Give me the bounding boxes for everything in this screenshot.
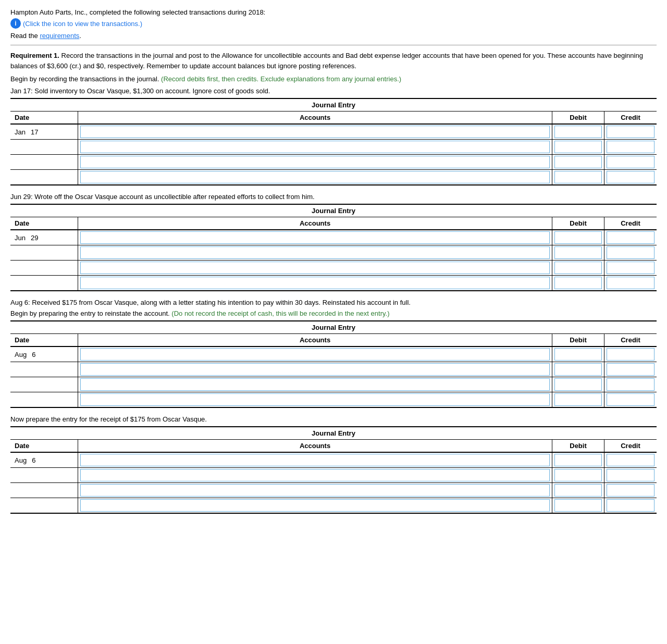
account-input-2-3[interactable] (80, 262, 550, 274)
account-input-1-4[interactable] (80, 171, 550, 183)
debit-cell-1-4[interactable] (552, 170, 604, 184)
debit-cell-3-1[interactable] (552, 347, 604, 362)
credit-input-4-1[interactable] (607, 454, 654, 466)
info-icon[interactable]: i (10, 18, 21, 29)
credit-cell-3-1[interactable] (604, 347, 657, 362)
credit-cell-1-4[interactable] (604, 170, 657, 184)
debit-cell-3-4[interactable] (552, 392, 604, 407)
account-cell-4-1[interactable] (78, 453, 552, 467)
account-cell-3-1[interactable] (78, 347, 552, 362)
account-cell-3-4[interactable] (78, 392, 552, 407)
credit-input-1-3[interactable] (607, 156, 654, 168)
credit-cell-2-4[interactable] (604, 276, 657, 290)
account-input-2-1[interactable] (80, 231, 550, 244)
credit-input-1-1[interactable] (607, 126, 654, 138)
credit-input-4-4[interactable] (607, 499, 654, 512)
credit-cell-1-1[interactable] (604, 125, 657, 139)
debit-input-4-2[interactable] (554, 469, 602, 481)
account-input-1-3[interactable] (80, 156, 550, 168)
credit-input-3-4[interactable] (607, 393, 654, 406)
debit-input-2-4[interactable] (554, 277, 602, 289)
credit-input-1-4[interactable] (607, 171, 654, 183)
account-input-4-4[interactable] (80, 499, 550, 512)
account-cell-1-3[interactable] (78, 155, 552, 169)
debit-input-4-4[interactable] (554, 499, 602, 512)
account-cell-2-4[interactable] (78, 276, 552, 290)
account-input-3-1[interactable] (80, 348, 550, 361)
credit-input-2-3[interactable] (607, 262, 654, 274)
debit-cell-2-1[interactable] (552, 230, 604, 245)
account-cell-1-2[interactable] (78, 140, 552, 154)
account-cell-1-4[interactable] (78, 170, 552, 184)
credit-input-2-2[interactable] (607, 246, 654, 259)
account-input-3-3[interactable] (80, 378, 550, 391)
debit-cell-4-1[interactable] (552, 453, 604, 467)
account-input-1-1[interactable] (80, 126, 550, 138)
account-cell-2-1[interactable] (78, 230, 552, 245)
debit-input-3-1[interactable] (554, 348, 602, 361)
credit-cell-4-3[interactable] (604, 483, 657, 498)
credit-cell-3-4[interactable] (604, 392, 657, 407)
account-input-2-4[interactable] (80, 277, 550, 289)
credit-cell-2-3[interactable] (604, 261, 657, 275)
credit-cell-4-4[interactable] (604, 498, 657, 513)
credit-input-4-3[interactable] (607, 484, 654, 497)
credit-input-3-2[interactable] (607, 363, 654, 376)
debit-input-4-3[interactable] (554, 484, 602, 497)
credit-input-4-2[interactable] (607, 469, 654, 481)
account-cell-4-2[interactable] (78, 468, 552, 482)
debit-cell-2-2[interactable] (552, 245, 604, 260)
debit-cell-1-2[interactable] (552, 140, 604, 154)
credit-cell-1-3[interactable] (604, 155, 657, 169)
credit-cell-3-3[interactable] (604, 377, 657, 392)
debit-cell-4-2[interactable] (552, 468, 604, 482)
credit-cell-3-2[interactable] (604, 362, 657, 377)
credit-input-1-2[interactable] (607, 141, 654, 153)
debit-input-1-4[interactable] (554, 171, 602, 183)
debit-input-2-2[interactable] (554, 246, 602, 259)
debit-input-1-1[interactable] (554, 126, 602, 138)
debit-input-1-3[interactable] (554, 156, 602, 168)
account-input-4-3[interactable] (80, 484, 550, 497)
view-transactions-link[interactable]: (Click the icon to view the transactions… (23, 20, 142, 28)
account-cell-4-4[interactable] (78, 498, 552, 513)
credit-input-2-1[interactable] (607, 231, 654, 244)
account-input-3-2[interactable] (80, 363, 550, 376)
debit-input-2-1[interactable] (554, 231, 602, 244)
credit-cell-4-2[interactable] (604, 468, 657, 482)
debit-input-3-3[interactable] (554, 378, 602, 391)
account-cell-4-3[interactable] (78, 483, 552, 498)
account-cell-2-2[interactable] (78, 245, 552, 260)
debit-cell-2-3[interactable] (552, 261, 604, 275)
account-input-4-1[interactable] (80, 454, 550, 466)
credit-input-3-1[interactable] (607, 348, 654, 361)
credit-cell-4-1[interactable] (604, 453, 657, 467)
debit-cell-3-2[interactable] (552, 362, 604, 377)
debit-cell-2-4[interactable] (552, 276, 604, 290)
date-cell-1-3 (10, 155, 78, 169)
account-cell-2-3[interactable] (78, 261, 552, 275)
debit-cell-1-3[interactable] (552, 155, 604, 169)
account-input-4-2[interactable] (80, 469, 550, 481)
debit-cell-4-4[interactable] (552, 498, 604, 513)
account-input-2-2[interactable] (80, 246, 550, 259)
debit-input-3-2[interactable] (554, 363, 602, 376)
debit-cell-3-3[interactable] (552, 377, 604, 392)
credit-input-2-4[interactable] (607, 277, 654, 289)
credit-cell-1-2[interactable] (604, 140, 657, 154)
account-cell-3-3[interactable] (78, 377, 552, 392)
account-cell-1-1[interactable] (78, 125, 552, 139)
credit-input-3-3[interactable] (607, 378, 654, 391)
debit-cell-4-3[interactable] (552, 483, 604, 498)
debit-input-3-4[interactable] (554, 393, 602, 406)
account-cell-3-2[interactable] (78, 362, 552, 377)
debit-cell-1-1[interactable] (552, 125, 604, 139)
account-input-3-4[interactable] (80, 393, 550, 406)
debit-input-1-2[interactable] (554, 141, 602, 153)
credit-cell-2-1[interactable] (604, 230, 657, 245)
credit-cell-2-2[interactable] (604, 245, 657, 260)
requirements-link[interactable]: requirements (40, 32, 79, 40)
account-input-1-2[interactable] (80, 141, 550, 153)
debit-input-2-3[interactable] (554, 262, 602, 274)
debit-input-4-1[interactable] (554, 454, 602, 466)
